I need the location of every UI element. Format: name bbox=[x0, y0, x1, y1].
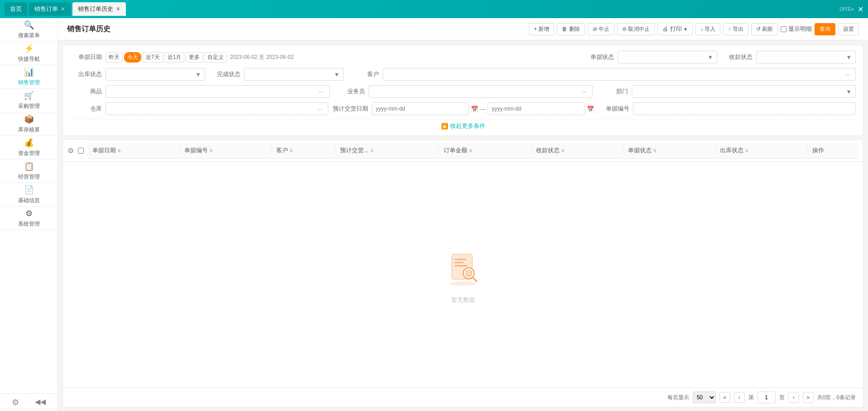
sidebar-label-purchase-mgmt: 采购管理 bbox=[18, 102, 40, 110]
select-all-checkbox[interactable] bbox=[78, 148, 84, 154]
refresh-button[interactable]: ↺ 刷新 bbox=[751, 23, 778, 35]
customer-select[interactable]: ··· bbox=[383, 68, 856, 81]
delete-button[interactable]: 🗑 删除 bbox=[557, 23, 585, 35]
sort-order-status-icon[interactable]: ⇅ bbox=[653, 148, 657, 153]
sidebar-item-search-menu[interactable]: 🔍 搜索菜单 bbox=[0, 18, 58, 42]
sidebar-settings-icon[interactable]: ⚙ bbox=[12, 397, 19, 407]
tab-sales-order-close[interactable]: ✕ bbox=[61, 6, 65, 12]
sort-receipt-status-icon[interactable]: ⇅ bbox=[561, 148, 565, 153]
sidebar-item-operation-mgmt[interactable]: 📋 经营管理 bbox=[0, 160, 58, 183]
warehouse-label: 仓库 bbox=[70, 105, 102, 113]
svg-rect-3 bbox=[455, 262, 464, 263]
date-btn-last1m[interactable]: 近1月 bbox=[164, 52, 185, 63]
sidebar-item-capital-mgmt[interactable]: 💰 资金管理 bbox=[0, 136, 58, 160]
svg-rect-4 bbox=[455, 265, 467, 266]
print-button[interactable]: 🖨 打印 ▼ bbox=[657, 23, 693, 35]
dept-select[interactable]: ▼ bbox=[632, 85, 856, 98]
sidebar-label-search-menu: 搜索菜单 bbox=[18, 32, 40, 39]
th-customer: 客户 ⇅ bbox=[272, 143, 335, 159]
search-menu-icon: 🔍 bbox=[24, 20, 34, 30]
sort-outbound-status-icon[interactable]: ⇅ bbox=[745, 148, 748, 153]
th-outbound-status: 出库状态 ⇅ bbox=[715, 143, 807, 159]
filter-row-4: 仓库 ··· 预计交货日期 📅 — 📅 单据编号 bbox=[70, 102, 856, 115]
last-page-button[interactable]: » bbox=[803, 392, 814, 403]
sidebar-item-basic-info[interactable]: 📄 基础信息 bbox=[0, 183, 58, 207]
warehouse-select[interactable]: ··· bbox=[106, 102, 328, 115]
sort-amount-icon[interactable]: ⇅ bbox=[469, 148, 472, 153]
first-page-button[interactable]: « bbox=[719, 392, 730, 403]
next-page-button[interactable]: › bbox=[788, 392, 799, 403]
delivery-date-end-input[interactable] bbox=[488, 102, 585, 115]
cancel-stop-button[interactable]: ⊘ 取消中止 bbox=[617, 23, 655, 35]
sort-date-icon[interactable]: ⇅ bbox=[117, 148, 121, 153]
per-page-select[interactable]: 10 20 50 100 bbox=[693, 392, 716, 403]
outbound-status-arrow-icon: ▼ bbox=[195, 71, 201, 78]
page-number-input[interactable] bbox=[758, 392, 776, 403]
outbound-status-select[interactable]: ▼ bbox=[106, 68, 205, 81]
goods-more-icon[interactable]: ··· bbox=[317, 88, 326, 95]
sidebar-item-sys-mgmt[interactable]: ⚙ 系统管理 bbox=[0, 207, 58, 230]
sidebar-collapse-icon[interactable]: ◀◀ bbox=[35, 397, 46, 407]
tab-sales-order[interactable]: 销售订单 ✕ bbox=[29, 2, 71, 16]
main-layout: 🔍 搜索菜单 ⚡ 快捷导航 📊 销售管理 🛒 采购管理 📦 库存核算 💰 资金管… bbox=[0, 18, 868, 411]
sort-number-icon[interactable]: ⇅ bbox=[209, 148, 213, 153]
date-btn-more[interactable]: 更多 bbox=[186, 52, 203, 63]
table-settings-icon[interactable]: ⚙ bbox=[67, 146, 74, 155]
data-table: 单据日期 ⇅ 单据编号 ⇅ bbox=[88, 143, 858, 159]
window-close-icon[interactable]: ✕ bbox=[858, 5, 863, 14]
quick-nav-icon: ⚡ bbox=[24, 44, 34, 53]
delivery-date-start-input[interactable] bbox=[372, 102, 469, 115]
tab-sales-order-history[interactable]: 销售订单历史 ✕ bbox=[72, 2, 126, 16]
operation-mgmt-icon: 📋 bbox=[24, 161, 34, 171]
order-number-input[interactable] bbox=[633, 102, 856, 115]
date-btn-custom[interactable]: 自定义 bbox=[204, 52, 227, 63]
display-detail-checkbox[interactable] bbox=[781, 26, 786, 32]
order-status-select[interactable]: ▼ bbox=[618, 51, 717, 63]
th-delivery: 预计交货... ⇅ bbox=[335, 143, 439, 159]
prev-page-button[interactable]: ‹ bbox=[734, 392, 745, 403]
table-container: ⚙ 单据日期 ⇅ bbox=[62, 140, 863, 407]
filter-row-3: 商品 ··· 业务员 ··· 部门 bbox=[70, 85, 856, 98]
table-toolbar: ⚙ 单据日期 ⇅ bbox=[63, 140, 863, 162]
sidebar-label-quick-nav: 快捷导航 bbox=[18, 55, 40, 63]
complete-status-select[interactable]: ▼ bbox=[244, 68, 344, 81]
tab-sales-order-history-close[interactable]: ✕ bbox=[116, 6, 120, 12]
empty-state-icon bbox=[441, 245, 486, 290]
date-btn-today[interactable]: 今天 bbox=[124, 52, 141, 63]
stop-button[interactable]: ⊘ 中止 bbox=[588, 23, 614, 35]
receipt-status-select[interactable]: ▼ bbox=[756, 51, 856, 63]
date-btn-yesterday[interactable]: 昨天 bbox=[106, 52, 123, 63]
sidebar-item-inventory[interactable]: 📦 库存核算 bbox=[0, 112, 58, 136]
warehouse-more-icon[interactable]: ··· bbox=[316, 106, 324, 112]
salesperson-more-icon[interactable]: ··· bbox=[580, 88, 589, 95]
delivery-date-end-cal-icon[interactable]: 📅 bbox=[587, 106, 594, 112]
sort-delivery-icon[interactable]: ⇅ bbox=[370, 148, 374, 153]
export-button[interactable]: ↑ 导出 bbox=[723, 23, 748, 35]
sidebar-label-sales-mgmt: 销售管理 bbox=[18, 79, 40, 87]
tab-home[interactable]: 首页 bbox=[5, 2, 27, 16]
date-filter-label: 单据日期 bbox=[70, 53, 102, 61]
import-button[interactable]: ↓ 导入 bbox=[695, 23, 720, 35]
sidebar-item-purchase-mgmt[interactable]: 🛒 采购管理 bbox=[0, 89, 58, 112]
goods-select[interactable]: ··· bbox=[106, 85, 330, 98]
receipt-status-arrow-icon: ▼ bbox=[846, 54, 852, 61]
sidebar-item-sales-mgmt[interactable]: 📊 销售管理 bbox=[0, 65, 58, 89]
page-header: 销售订单历史 + 新增 🗑 删除 ⊘ 中止 ⊘ 取消中止 🖨 打印 ▼ ↓ 导入… bbox=[58, 18, 868, 40]
window-controls: OfTEn ✕ bbox=[839, 5, 863, 14]
delivery-date-start-cal-icon[interactable]: 📅 bbox=[471, 106, 478, 112]
salesperson-select[interactable]: ··· bbox=[369, 85, 593, 98]
sort-customer-icon[interactable]: ⇅ bbox=[289, 148, 293, 153]
empty-state: 暂无数据 bbox=[63, 162, 863, 387]
collapse-more-btn[interactable]: 🔼 收起更多条件 bbox=[70, 120, 856, 130]
settings-button[interactable]: 设置 bbox=[838, 23, 859, 35]
collapse-label: 收起更多条件 bbox=[450, 122, 485, 130]
new-button[interactable]: + 新增 bbox=[529, 23, 554, 35]
query-button[interactable]: 查询 bbox=[815, 23, 835, 35]
filter-row-1: 单据日期 昨天 今天 近7天 近1月 更多 自定义 2023-06-02 至 2… bbox=[70, 51, 856, 63]
order-status-label: 单据状态 bbox=[582, 53, 614, 61]
date-btn-last7[interactable]: 近7天 bbox=[143, 52, 163, 63]
sidebar-item-quick-nav[interactable]: ⚡ 快捷导航 bbox=[0, 42, 58, 65]
sys-mgmt-icon: ⚙ bbox=[25, 208, 33, 218]
customer-more-icon[interactable]: ··· bbox=[843, 71, 852, 78]
order-status-control[interactable]: ▼ bbox=[618, 51, 717, 63]
